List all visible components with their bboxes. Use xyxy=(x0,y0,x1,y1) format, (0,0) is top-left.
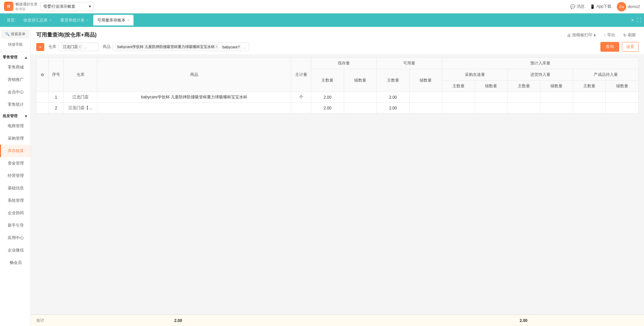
print-template-btn[interactable]: 🖨 按模板打印 ▾ xyxy=(564,31,598,39)
th-warehouse: 仓库 xyxy=(64,58,97,92)
product-input[interactable]: babycare学饮杯 儿童防摔防撞吸管杯重力球吸嘴杯宝宝水杯 × babyca… xyxy=(113,43,249,51)
td-purchase-aux-1 xyxy=(475,103,508,113)
footer-available-main: 2.00 xyxy=(520,318,527,323)
app-download-btn[interactable]: 📱 App下载 xyxy=(590,4,611,9)
sidebar-item-system[interactable]: 系统管理 xyxy=(0,194,31,207)
tab-recv-send-close[interactable]: × xyxy=(50,18,52,22)
sidebar-item-purchase[interactable]: 采购管理 xyxy=(0,132,31,145)
print-icon: 🖨 xyxy=(567,33,571,38)
member-center-label: 会员中心 xyxy=(8,89,24,95)
enterprise-label: 企业协同 xyxy=(8,210,24,216)
settings-btn[interactable]: 设置 xyxy=(622,42,639,52)
td-current-aux-0 xyxy=(344,92,377,103)
message-btn[interactable]: 💬 消息 xyxy=(570,4,585,9)
tab-available-stock[interactable]: 可用量库存账本 × xyxy=(93,15,133,26)
sidebar-top: 🔍 搜索菜单 快捷导航 xyxy=(0,27,31,52)
sidebar-item-wechat[interactable]: 企业微信 xyxy=(0,244,31,257)
sidebar-group-wholesale[interactable]: 批发管理 ▼ xyxy=(0,111,31,120)
td-product-1 xyxy=(97,103,291,113)
sidebar-item-inventory[interactable]: 库存核算 xyxy=(0,145,31,157)
tab-recv-send-label: 收发存汇总表 xyxy=(23,17,48,23)
th-current-main: 主数量 xyxy=(311,69,344,92)
sidebar-item-retail-mall[interactable]: 零售商城 xyxy=(0,61,31,74)
product-tag-1-close[interactable]: × xyxy=(216,45,218,49)
username-label: demo2 xyxy=(628,4,640,9)
refresh-btn[interactable]: ↻ 刷新 xyxy=(621,31,639,39)
sidebar-item-member-center[interactable]: 会员中心 xyxy=(0,86,31,98)
search-menu-btn[interactable]: 🔍 搜索菜单 xyxy=(1,30,29,39)
th-settings[interactable]: ⚙ xyxy=(37,58,49,92)
product-tag-1-value: babycare学饮杯 儿童防摔防撞吸管杯重力球吸嘴杯宝宝水杯 xyxy=(117,44,215,49)
td-unit-0: 个 xyxy=(291,92,311,103)
td-incoming-main-0 xyxy=(507,92,540,103)
td-num-1: 2 xyxy=(49,103,64,113)
print-template-label: 按模板打印 xyxy=(572,32,592,38)
filter-actions: 查询 设置 xyxy=(600,42,639,52)
footer-current-main: 2.00 xyxy=(174,318,182,323)
th-current-aux: 辅数量 xyxy=(344,69,377,92)
td-settings-0 xyxy=(37,92,49,103)
warehouse-tag-close[interactable]: × xyxy=(79,45,81,49)
tab-expand-icon[interactable]: ⛶ xyxy=(637,17,641,23)
sidebar-item-app-center[interactable]: 应用中心 xyxy=(0,232,31,244)
retail-mall-label: 零售商城 xyxy=(8,64,24,70)
filter-expand-btn[interactable]: » xyxy=(36,43,44,51)
th-incoming: 进货待入量 xyxy=(507,69,573,81)
industry-select[interactable]: 母婴行业演示账套 ▾ xyxy=(40,2,94,11)
table-footer: 合计 2.00 2.00 xyxy=(31,314,644,326)
vip-label: 畅会员 xyxy=(10,260,22,266)
td-produced-aux-1 xyxy=(606,103,639,113)
td-current-main-0: 2.00 xyxy=(311,92,344,103)
export-label: 导出 xyxy=(607,32,615,38)
logo-text: 畅捷通好生意 xyxy=(15,2,38,6)
export-btn[interactable]: ↑ 导出 xyxy=(601,31,618,39)
tab-available-stock-close[interactable]: × xyxy=(127,18,129,22)
sidebar-item-retail-stats[interactable]: 零售统计 xyxy=(0,98,31,111)
td-warehouse-1: 江北门店【... xyxy=(64,103,97,113)
tab-order-stats-close[interactable]: × xyxy=(87,18,89,22)
query-btn[interactable]: 查询 xyxy=(600,42,619,52)
warehouse-input[interactable]: 江北门店 × ... xyxy=(58,43,99,51)
sidebar-group-retail[interactable]: 零售管理 ▲ xyxy=(0,52,31,61)
table-wrapper[interactable]: ⚙ 序号 仓库 商品 主计量 现存量 可用量 预计入库量 主数量 辅数量 主数量… xyxy=(31,55,644,314)
page-title: 可用量查询(按仓库+商品) xyxy=(36,32,97,39)
warehouse-dots[interactable]: ... xyxy=(84,45,87,49)
td-warehouse-0: 江北门店 xyxy=(64,92,97,103)
td-produced-aux-0 xyxy=(606,92,639,103)
sidebar-item-basics[interactable]: 基础信息 xyxy=(0,182,31,194)
tab-order-stats[interactable]: 要货单统计表 × xyxy=(56,15,93,26)
td-available-aux-1 xyxy=(409,103,442,113)
quick-nav-btn[interactable]: 快捷导航 xyxy=(1,40,29,49)
newbie-label: 新手引导 xyxy=(8,223,24,228)
app-center-label: 应用中心 xyxy=(8,235,24,241)
th-purchase-main: 主数量 xyxy=(442,81,475,92)
system-label: 系统管理 xyxy=(8,198,24,203)
table-row: 2 江北门店【... 2.00 2.00 xyxy=(37,103,639,113)
sidebar-item-enterprise[interactable]: 企业协同 xyxy=(0,207,31,219)
th-purchase-aux: 辅数量 xyxy=(475,81,508,92)
td-produced-main-0 xyxy=(573,92,606,103)
th-produced: 产成品待入量 xyxy=(573,69,638,81)
top-bar: 好 畅捷通好生意 标准版 母婴行业演示账套 ▾ 💬 消息 📱 App下载 Ea … xyxy=(0,0,644,13)
tab-close-all-icon[interactable]: × xyxy=(631,17,634,23)
user-area[interactable]: Ea demo2 xyxy=(617,2,640,11)
sidebar-item-newbie[interactable]: 新手引导 xyxy=(0,219,31,232)
td-available-main-0: 2.00 xyxy=(377,92,410,103)
td-num-0: 1 xyxy=(49,92,64,103)
data-table: ⚙ 序号 仓库 商品 主计量 现存量 可用量 预计入库量 主数量 辅数量 主数量… xyxy=(36,57,639,113)
tab-recv-send[interactable]: 收发存汇总表 × xyxy=(19,15,56,26)
filter-product-field: 商品 babycare学饮杯 儿童防摔防撞吸管杯重力球吸嘴杯宝宝水杯 × bab… xyxy=(103,43,249,51)
warehouse-label: 仓库 xyxy=(48,44,56,50)
sidebar-item-ecommerce[interactable]: 电商管理 xyxy=(0,120,31,132)
tab-home-label: 首页 xyxy=(7,17,15,23)
th-produced-aux: 辅数量 xyxy=(606,81,639,92)
product-dots[interactable]: ... xyxy=(243,45,246,49)
sidebar-item-operation[interactable]: 经营管理 xyxy=(0,170,31,182)
logo-text-block: 畅捷通好生意 标准版 xyxy=(15,2,38,11)
search-icon: 🔍 xyxy=(5,32,10,36)
tab-home[interactable]: 首页 xyxy=(3,15,19,26)
sidebar-item-vip[interactable]: 畅会员 xyxy=(0,257,31,269)
td-purchase-aux-0 xyxy=(475,92,508,103)
sidebar-item-marketing[interactable]: 营销推广 xyxy=(0,74,31,86)
sidebar-item-finance[interactable]: 资金管理 xyxy=(0,157,31,170)
